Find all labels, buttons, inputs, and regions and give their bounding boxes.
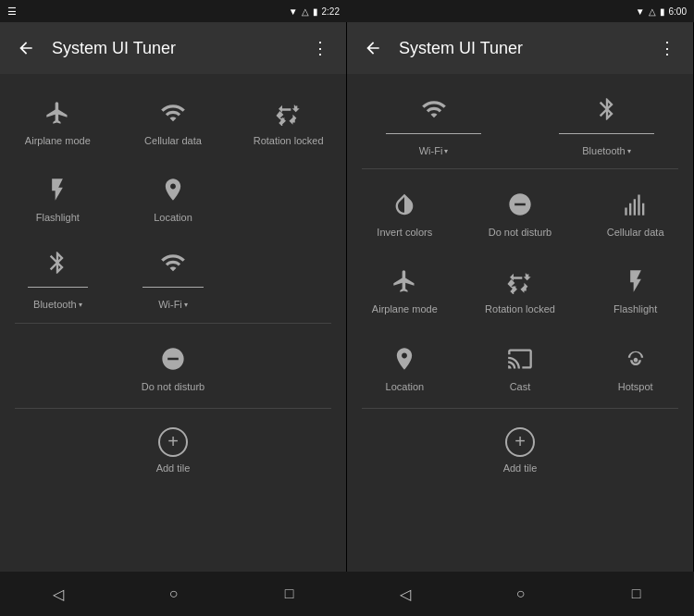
- tile-bluetooth-right[interactable]: Bluetooth ▾: [520, 81, 693, 165]
- divider-right-2: [362, 408, 678, 409]
- signal-icon-status: △: [302, 6, 309, 17]
- cellular-icon: [156, 96, 190, 129]
- donotdisturb-icon: [156, 342, 190, 376]
- wifi-icon-status: ▼: [289, 6, 298, 17]
- screen-left: System UI Tuner ⋮ Airplane mode Cellular: [0, 22, 347, 572]
- bluetooth-label-right: Bluetooth: [582, 145, 625, 157]
- app-title-right: System UI Tuner: [399, 39, 641, 58]
- tile-location-right[interactable]: Location: [347, 327, 463, 404]
- wifi-dropdown-arrow-right: ▾: [444, 147, 448, 155]
- tile-donotdisturb-right[interactable]: Do not disturb: [463, 173, 578, 250]
- airplane-label: Airplane mode: [25, 135, 91, 147]
- tile-wifi[interactable]: Wi-Fi ▾: [116, 235, 231, 318]
- donotdisturb-label: Do not disturb: [142, 381, 204, 393]
- bluetooth-dropdown-arrow: ▾: [79, 301, 82, 309]
- tile-donotdisturb[interactable]: Do not disturb: [116, 327, 229, 404]
- time-right: 6:00: [669, 6, 687, 17]
- add-tile-label: Add tile: [156, 462, 191, 474]
- content-right: Wi-Fi ▾ Bluetooth ▾: [347, 74, 693, 572]
- add-tile-right[interactable]: + Add tile: [347, 413, 693, 485]
- cellular-label: Cellular data: [144, 135, 202, 147]
- add-tile-label-right: Add tile: [503, 462, 538, 474]
- location-label-right: Location: [386, 381, 425, 393]
- app-title-left: System UI Tuner: [52, 39, 294, 58]
- wifi-icon-right: [417, 92, 451, 126]
- nav-panel-left: ◁ ○ □: [0, 572, 347, 616]
- battery-icon-status: ▮: [313, 6, 318, 17]
- divider-right-1: [362, 168, 678, 169]
- back-nav-right[interactable]: ◁: [387, 575, 424, 612]
- divider-2: [15, 408, 331, 409]
- donotdisturb-icon-right: [503, 188, 537, 221]
- donotdisturb-label-right: Do not disturb: [489, 227, 551, 239]
- bluetooth-icon: [41, 246, 74, 279]
- bluetooth-dropdown-arrow-right: ▾: [627, 147, 631, 155]
- home-nav-right[interactable]: ○: [502, 575, 539, 612]
- tile-cellular[interactable]: Cellular data: [116, 81, 231, 158]
- add-tile-icon: +: [158, 427, 188, 457]
- android-icon: ☰: [7, 6, 17, 18]
- screen-right: System UI Tuner ⋮ Wi-Fi ▾: [347, 22, 694, 572]
- back-button-left[interactable]: [15, 37, 37, 59]
- rotation-label: Rotation locked: [254, 135, 324, 147]
- app-bar-right: System UI Tuner ⋮: [347, 22, 693, 74]
- divider-1: [15, 323, 331, 324]
- tile-flashlight-right[interactable]: Flashlight: [577, 250, 693, 326]
- wifi-label-right: Wi-Fi: [419, 145, 443, 157]
- tile-rotation[interactable]: Rotation locked: [230, 81, 346, 158]
- top-tiles-grid: Wi-Fi ▾ Bluetooth ▾: [347, 81, 693, 165]
- cellular-label-right: Cellular data: [607, 227, 664, 239]
- cast-icon: [503, 342, 537, 376]
- tile-location[interactable]: Location: [116, 158, 231, 235]
- wifi-label: Wi-Fi: [158, 299, 182, 311]
- add-tile-icon-right: +: [505, 427, 535, 457]
- tile-invert[interactable]: Invert colors: [347, 173, 463, 250]
- wifi-icon-status2: ▼: [636, 6, 645, 17]
- invert-label: Invert colors: [377, 227, 432, 239]
- location-label: Location: [154, 212, 192, 224]
- tile-flashlight[interactable]: Flashlight: [0, 158, 116, 235]
- more-button-left[interactable]: ⋮: [309, 37, 331, 59]
- tile-cellular-right[interactable]: Cellular data: [577, 173, 693, 250]
- tile-cast[interactable]: Cast: [463, 327, 578, 404]
- recents-nav-left[interactable]: □: [271, 575, 308, 612]
- tiles-grid-left: Airplane mode Cellular data Rotation loc…: [0, 81, 346, 319]
- status-bar-left: ☰ ▼ △ ▮ 2:22: [0, 0, 347, 22]
- nav-panel-right: ◁ ○ □: [347, 572, 694, 616]
- home-nav-left[interactable]: ○: [155, 575, 192, 612]
- back-nav-left[interactable]: ◁: [40, 575, 77, 612]
- hotspot-label: Hotspot: [618, 381, 653, 393]
- rotation-icon-right: [503, 265, 537, 298]
- bluetooth-icon-right: [590, 92, 624, 126]
- tile-hotspot[interactable]: Hotspot: [577, 327, 693, 404]
- rotation-label-right: Rotation locked: [485, 303, 555, 315]
- time-left: 2:22: [322, 6, 340, 17]
- tile-bluetooth[interactable]: Bluetooth ▾: [0, 235, 116, 318]
- tile-airplane[interactable]: Airplane mode: [0, 81, 116, 158]
- tile-airplane-right[interactable]: Airplane mode: [347, 250, 463, 326]
- nav-bar: ◁ ○ □ ◁ ○ □: [0, 572, 694, 616]
- add-tile-left[interactable]: + Add tile: [0, 413, 346, 485]
- tiles-grid-right: Invert colors Do not disturb Cellular da…: [347, 173, 693, 404]
- hotspot-icon: [619, 342, 652, 376]
- airplane-icon: [41, 96, 74, 129]
- tile-rotation-right[interactable]: Rotation locked: [463, 250, 578, 326]
- back-button-right[interactable]: [362, 37, 384, 59]
- cast-label: Cast: [510, 381, 531, 393]
- airplane-label-right: Airplane mode: [372, 303, 438, 315]
- recents-nav-right[interactable]: □: [618, 575, 655, 612]
- more-button-right[interactable]: ⋮: [656, 37, 678, 59]
- flashlight-icon-right: [619, 265, 652, 298]
- rotation-icon: [272, 96, 305, 129]
- flashlight-label: Flashlight: [36, 212, 80, 224]
- location-icon: [156, 173, 190, 206]
- tile-wifi-right[interactable]: Wi-Fi ▾: [347, 81, 520, 165]
- content-left: Airplane mode Cellular data Rotation loc…: [0, 74, 346, 572]
- wifi-dropdown-arrow: ▾: [184, 301, 188, 309]
- signal-icon-status2: △: [649, 6, 656, 17]
- invert-icon: [388, 188, 421, 221]
- cellular-icon-right: [619, 188, 652, 221]
- flashlight-label-right: Flashlight: [613, 303, 657, 315]
- status-bar-right: ▼ △ ▮ 6:00: [347, 0, 694, 22]
- flashlight-icon: [41, 173, 74, 206]
